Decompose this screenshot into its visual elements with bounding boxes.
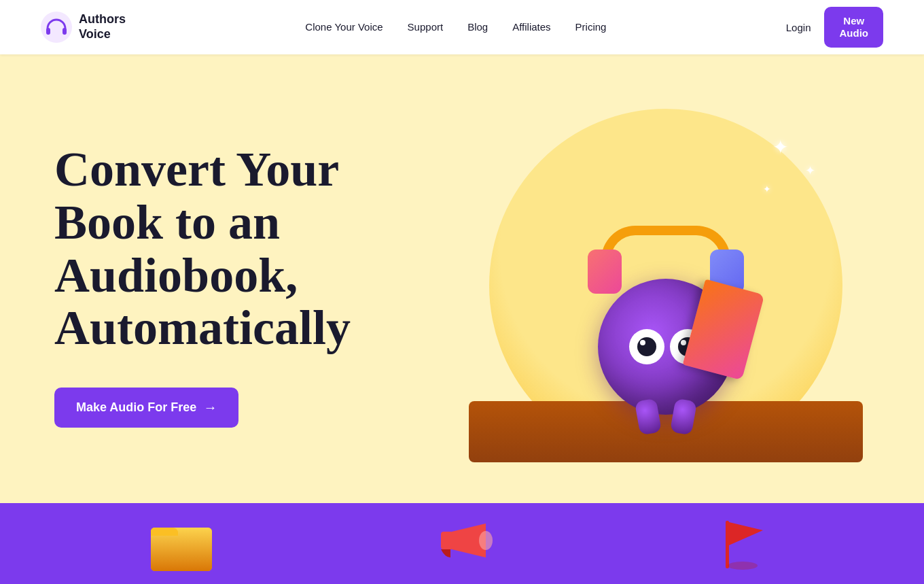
hero-title: Convert Your Book to an Audiobook, Autom… [54, 143, 462, 355]
logo[interactable]: Authors Voice [41, 12, 126, 43]
nav-clone-voice[interactable]: Clone Your Voice [305, 21, 383, 33]
nav-links: Clone Your Voice Support Blog Affiliates… [305, 21, 606, 33]
flag-icon [712, 517, 773, 571]
megaphone-icon [431, 517, 493, 571]
monster-character [571, 184, 761, 415]
svg-rect-2 [63, 28, 67, 35]
nav-affiliates[interactable]: Affiliates [512, 21, 550, 33]
sparkle-icon-2: ✦ [805, 163, 815, 178]
nav-pricing[interactable]: Pricing [575, 21, 607, 33]
nav-support[interactable]: Support [408, 21, 444, 33]
logo-text: Authors Voice [79, 12, 126, 41]
headphone-left-cup [588, 250, 622, 294]
hero-right: ✦ ✦ ✦ [462, 95, 870, 476]
hero-left: Convert Your Book to an Audiobook, Autom… [54, 143, 462, 428]
flag-icon-item [712, 517, 773, 571]
make-audio-button[interactable]: Make Audio For Free → [54, 388, 238, 428]
svg-marker-9 [729, 522, 763, 545]
svg-point-10 [728, 562, 758, 570]
logo-icon [41, 12, 72, 43]
hero-section: Convert Your Book to an Audiobook, Autom… [0, 54, 924, 503]
cta-label: Make Audio For Free [76, 400, 196, 415]
svg-rect-8 [726, 521, 729, 568]
new-audio-button[interactable]: NewAudio [824, 7, 883, 48]
login-button[interactable]: Login [786, 22, 811, 33]
sparkle-icon-3: ✦ [763, 184, 771, 195]
svg-point-0 [41, 12, 72, 43]
nav-blog[interactable]: Blog [467, 21, 488, 33]
nav-right: Login NewAudio [786, 7, 883, 48]
svg-rect-1 [46, 28, 50, 35]
megaphone-icon-item [431, 517, 493, 571]
svg-point-7 [479, 531, 493, 550]
folder-icon-item [151, 517, 212, 571]
folder-icon [151, 517, 212, 571]
bottom-strip [0, 503, 924, 584]
navbar: Authors Voice Clone Your Voice Support B… [0, 0, 924, 54]
pupil-left [637, 337, 656, 356]
monster-eye-left [629, 329, 664, 364]
cta-arrow-icon: → [203, 400, 217, 415]
sparkle-icon-1: ✦ [772, 136, 788, 158]
svg-rect-6 [441, 532, 453, 549]
